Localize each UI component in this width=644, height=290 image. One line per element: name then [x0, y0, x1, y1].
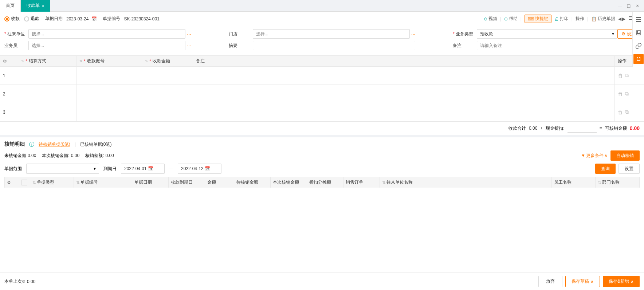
toolbar: 收款 退款 单据日期 2023-03-24 📅 单据编号 SK-20230324… — [0, 12, 644, 26]
tab-close-icon[interactable]: × — [42, 4, 44, 8]
discard-button[interactable]: 放弃 — [538, 276, 562, 287]
sidebar-image-icon[interactable] — [633, 28, 644, 38]
row-3-num: 3 — [0, 103, 18, 121]
copy-icon-3[interactable]: ⧉ — [625, 109, 629, 115]
date-to-value: 2022-04-12 — [181, 166, 203, 171]
store-input[interactable] — [253, 29, 410, 39]
row-3-payment[interactable] — [18, 103, 76, 121]
help-button[interactable]: ⊙ 帮助 — [504, 16, 518, 22]
more-conditions-button[interactable]: ▼ 更多条件 ∧ — [581, 153, 608, 159]
sort-icon-bt4: ⇅ — [598, 180, 601, 185]
radio-refund[interactable]: 退款 — [24, 16, 39, 22]
done-tab[interactable]: 已核销单据(0笔) — [80, 141, 112, 148]
save-new-button[interactable]: 保存&新增 ∧ — [603, 276, 640, 287]
note-th: 备注 — [193, 56, 615, 66]
range-select[interactable]: ▾ — [26, 164, 99, 174]
close-button[interactable]: × — [634, 2, 641, 9]
sort-icon-bt1: ⇅ — [32, 180, 36, 185]
print-button[interactable]: 🖨 打印 — [554, 16, 569, 22]
copy-icon-2[interactable]: ⧉ — [625, 91, 629, 97]
row-1-note[interactable] — [193, 67, 615, 85]
tab-receipt[interactable]: 收款单 × — [21, 0, 50, 12]
checkbox-col[interactable] — [19, 177, 30, 188]
gear-icon-2[interactable]: ⚙ — [7, 180, 11, 185]
tab-separator: | — [75, 142, 76, 147]
gear-icon: ⚙ — [621, 31, 625, 36]
row-2-amount[interactable] — [142, 85, 193, 103]
select-all-checkbox[interactable] — [21, 180, 27, 185]
date-from-input[interactable]: 2022-04-01 📅 — [121, 164, 165, 174]
more-conditions-label: 更多条件 — [586, 153, 604, 159]
summary-input[interactable] — [253, 41, 416, 50]
row-3-note[interactable] — [193, 103, 615, 121]
partner-more-icon[interactable]: ··· — [187, 31, 191, 37]
delete-icon-3[interactable]: 🗑 — [618, 109, 623, 115]
row-2-account[interactable] — [76, 85, 142, 103]
video-button[interactable]: ⊙ 视频 — [484, 16, 497, 22]
print-icon: 🖨 — [554, 16, 559, 21]
arrow-right-icon[interactable]: ▶ — [622, 16, 625, 21]
table-header: ⚙ ⇅ * 结算方式 ⇅ * 收款账号 ⇅ * 收款金额 — [0, 56, 644, 67]
partner-input[interactable] — [28, 29, 185, 39]
diff-value: 0.00 — [105, 153, 114, 158]
row-3-account[interactable] — [76, 103, 142, 121]
discount-label-bt: 折扣分摊额 — [309, 179, 331, 185]
settings-th[interactable]: ⚙ — [0, 56, 18, 66]
list-view-icon[interactable]: ☰ — [628, 16, 632, 22]
gear-col[interactable]: ⚙ — [5, 177, 19, 188]
staff-input[interactable] — [28, 41, 185, 50]
business-type-label: * 业务类型 — [453, 31, 475, 37]
row-1-account[interactable] — [76, 67, 142, 85]
available-value: 0.00 — [630, 125, 640, 131]
draft-button[interactable]: 保存草稿 ∧ — [565, 276, 600, 287]
row-2-num: 2 — [0, 85, 18, 103]
row-2-note[interactable] — [193, 85, 615, 103]
date-label: 单据日期 — [45, 16, 63, 22]
arrow-left-icon[interactable]: ◀ — [618, 16, 621, 21]
row-3-amount[interactable] — [142, 103, 193, 121]
copy-icon[interactable]: ⧉ — [625, 72, 629, 79]
operation-button[interactable]: 操作 — [576, 16, 584, 22]
info-icon[interactable]: i — [29, 142, 34, 147]
table-row: 3 🗑 ⧉ — [0, 103, 644, 121]
gear-icon[interactable]: ⚙ — [3, 59, 7, 64]
amount-label-bt: 金额 — [207, 179, 216, 185]
radio-receipt[interactable]: 收款 — [4, 16, 20, 22]
date-value: 2023-03-24 — [66, 16, 89, 21]
sidebar-expand-icon[interactable] — [633, 54, 644, 64]
tab-home[interactable]: 首页 — [0, 0, 21, 12]
maximize-button[interactable]: □ — [625, 2, 632, 9]
print-label: 打印 — [560, 16, 569, 22]
note-input[interactable] — [477, 41, 640, 50]
row-1-payment[interactable] — [18, 67, 76, 85]
calendar-icon[interactable]: 📅 — [91, 16, 97, 21]
settings-button-2[interactable]: 设置 — [619, 164, 640, 174]
auto-verify-button[interactable]: 自动核销 — [610, 150, 640, 161]
delete-icon-2[interactable]: 🗑 — [618, 91, 623, 97]
date-to-input[interactable]: 2022-04-12 📅 — [178, 164, 221, 174]
row-1-ops: 🗑 ⧉ — [615, 67, 644, 85]
shortcut-button[interactable]: ⌨ 快捷键 — [525, 15, 551, 23]
bill-type-label: 单据类型 — [37, 179, 54, 185]
minimize-button[interactable]: ─ — [616, 2, 624, 9]
form-area: * 往来单位 ··· 门店 ··· * 业务类型 — [0, 26, 644, 56]
partner-label-text: 往来单位 — [7, 31, 25, 36]
bill-type-col: ⇅ 单据类型 — [30, 177, 74, 188]
verify-header: 核销明细 i 待核销单据(0笔) | 已核销单据(0笔) — [4, 141, 640, 148]
discount-label: 现金折扣: — [546, 125, 564, 132]
available-label: 可核销金额 — [605, 125, 627, 132]
due-date-label: 收款到期日 — [171, 179, 193, 185]
delete-icon[interactable]: 🗑 — [618, 73, 623, 79]
row-1-amount[interactable] — [142, 67, 193, 85]
discount-input[interactable] — [568, 124, 597, 133]
store-more-icon[interactable]: ··· — [411, 31, 416, 37]
pending-tab[interactable]: 待核销单据(0笔) — [39, 141, 70, 148]
row-2-payment[interactable] — [18, 85, 76, 103]
query-button[interactable]: 查询 — [595, 164, 616, 174]
sidebar-link-icon[interactable] — [633, 41, 644, 51]
business-type-select[interactable]: 预收款 ▾ — [477, 29, 617, 39]
staff-more-icon[interactable]: ··· — [187, 43, 191, 48]
history-button[interactable]: 📋 历史单据 — [591, 16, 615, 22]
row-num: 2 — [3, 91, 5, 97]
sidebar-table-icon[interactable] — [633, 15, 644, 25]
